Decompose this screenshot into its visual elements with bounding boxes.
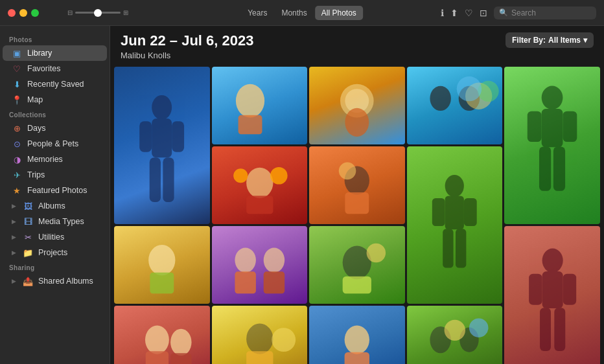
content-header: Jun 22 – Jul 6, 2023 Malibu Knolls Filte…: [110, 26, 604, 64]
search-icon: 🔍: [499, 8, 508, 17]
sidebar-item-shared-albums[interactable]: ▶ 📤 Shared Albums: [3, 273, 107, 289]
svg-rect-55: [246, 352, 273, 364]
memories-icon: ◑: [12, 154, 22, 165]
sidebar-item-days-label: Days: [27, 124, 45, 133]
slideshow-icon[interactable]: ⊡: [480, 8, 487, 18]
svg-point-51: [170, 329, 191, 356]
sidebar: Photos ▣ Library ♡ Favorites ⬇ Recently …: [0, 26, 110, 364]
utilities-icon: ✂: [23, 232, 33, 242]
svg-rect-5: [163, 157, 174, 202]
svg-point-38: [263, 248, 284, 273]
info-icon[interactable]: ℹ: [441, 8, 444, 18]
sidebar-item-days[interactable]: ⊕ Days: [3, 120, 107, 136]
svg-rect-47: [563, 273, 575, 304]
search-input[interactable]: [511, 8, 589, 17]
svg-rect-33: [443, 229, 454, 267]
svg-point-44: [542, 248, 563, 272]
photo-cell[interactable]: [212, 146, 308, 224]
sidebar-item-recently-label: Recently Saved: [27, 80, 84, 89]
svg-rect-49: [554, 308, 565, 351]
albums-chevron-icon: ▶: [12, 203, 16, 209]
zoom-slider[interactable]: [75, 12, 121, 14]
photo-cell[interactable]: [504, 226, 600, 364]
photo-cell[interactable]: [114, 226, 210, 304]
sidebar-item-map-label: Map: [27, 95, 43, 104]
close-button[interactable]: [8, 9, 16, 17]
svg-rect-18: [528, 111, 542, 141]
photo-cell[interactable]: [407, 306, 503, 364]
svg-rect-1: [152, 119, 172, 157]
sharing-section-label: Sharing: [0, 260, 110, 273]
filter-value: All Items: [548, 36, 581, 45]
nav-months-button[interactable]: Months: [275, 6, 313, 20]
sidebar-item-people-label: People & Pets: [27, 139, 78, 148]
collections-section-label: Collections: [0, 108, 110, 120]
sidebar-item-utilities-label: Utilities: [38, 233, 64, 242]
utilities-chevron-icon: ▶: [12, 234, 16, 240]
nav-all-photos-button[interactable]: All Photos: [315, 6, 363, 20]
projects-chevron-icon: ▶: [12, 249, 16, 256]
shared-albums-chevron-icon: ▶: [12, 278, 16, 284]
svg-rect-30: [445, 196, 464, 229]
svg-rect-48: [540, 308, 551, 351]
photo-cell[interactable]: [309, 306, 405, 364]
people-pets-icon: ⊙: [12, 139, 22, 149]
sidebar-item-favorites[interactable]: ♡ Favorites: [3, 61, 107, 76]
svg-rect-58: [345, 352, 369, 364]
photo-cell[interactable]: [309, 67, 405, 144]
sidebar-item-featured-photos[interactable]: ★ Featured Photos: [3, 183, 107, 198]
photo-cell[interactable]: [212, 67, 308, 144]
photo-cell[interactable]: [407, 146, 503, 304]
photo-cell[interactable]: [407, 67, 503, 144]
filter-button[interactable]: Filter By: All Items ▾: [505, 32, 594, 48]
sidebar-item-memories[interactable]: ◑ Memories: [3, 152, 107, 167]
sidebar-item-albums-label: Albums: [38, 201, 65, 210]
svg-point-29: [445, 175, 464, 197]
favorites-icon: ♡: [12, 63, 22, 74]
svg-point-22: [246, 168, 273, 198]
zoom-out-icon: ⊟: [67, 9, 73, 16]
photo-cell[interactable]: [212, 226, 308, 304]
titlebar-right: ℹ ⬆ ♡ ⊡ 🔍: [441, 6, 596, 19]
titlebar: ⊟ ⊞ Years Months All Photos ℹ ⬆ ♡ ⊡ 🔍: [0, 0, 604, 26]
sidebar-item-projects[interactable]: ▶ 📁 Projects: [3, 245, 107, 260]
sidebar-item-library[interactable]: ▣ Library: [3, 45, 107, 61]
svg-rect-36: [150, 273, 174, 293]
maximize-button[interactable]: [31, 9, 39, 17]
svg-rect-40: [263, 272, 284, 294]
svg-point-43: [367, 244, 386, 263]
map-icon: 📍: [12, 95, 22, 105]
photos-section-label: Photos: [0, 32, 110, 45]
svg-point-11: [430, 86, 450, 111]
filter-label: Filter By:: [512, 36, 546, 45]
content-title-block: Jun 22 – Jul 6, 2023 Malibu Knolls: [121, 32, 253, 60]
sidebar-item-albums[interactable]: ▶ 🖼 Albums: [3, 198, 107, 214]
location-subtitle: Malibu Knolls: [121, 51, 253, 60]
minimize-button[interactable]: [19, 9, 27, 17]
sidebar-item-recently-saved[interactable]: ⬇ Recently Saved: [3, 76, 107, 92]
photo-cell[interactable]: [504, 67, 600, 224]
recently-saved-icon: ⬇: [12, 79, 22, 89]
sidebar-item-trips[interactable]: ✈ Trips: [3, 167, 107, 183]
svg-rect-53: [170, 354, 191, 364]
sidebar-item-people-pets[interactable]: ⊙ People & Pets: [3, 136, 107, 152]
share-icon[interactable]: ⬆: [450, 8, 458, 18]
svg-rect-52: [146, 352, 168, 364]
photo-cell[interactable]: [309, 226, 405, 304]
heart-icon[interactable]: ♡: [465, 8, 473, 18]
nav-years-button[interactable]: Years: [241, 6, 273, 20]
projects-icon: 📁: [23, 247, 33, 258]
svg-rect-2: [139, 121, 152, 152]
svg-rect-27: [345, 192, 369, 214]
photo-cell[interactable]: [212, 306, 308, 364]
photo-cell[interactable]: [309, 146, 405, 224]
sidebar-item-featured-label: Featured Photos: [27, 186, 87, 195]
sidebar-item-map[interactable]: 📍 Map: [3, 92, 107, 108]
photo-cell[interactable]: [114, 306, 210, 364]
svg-point-35: [148, 245, 175, 275]
filter-chevron-icon: ▾: [583, 36, 587, 45]
photo-cell[interactable]: [114, 67, 210, 224]
search-box: 🔍: [494, 6, 596, 19]
sidebar-item-utilities[interactable]: ▶ ✂ Utilities: [3, 229, 107, 245]
sidebar-item-media-types[interactable]: ▶ 🎞 Media Types: [3, 214, 107, 229]
